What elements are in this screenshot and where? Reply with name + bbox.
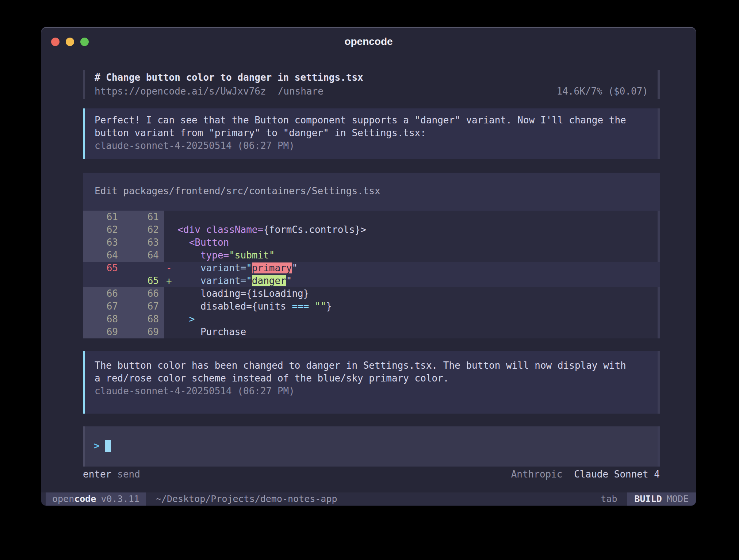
unshare-command[interactable]: /unshare <box>278 84 323 98</box>
text-cursor <box>105 440 111 452</box>
diff-row: 6262 <div className={formCs.controls}> <box>83 223 660 236</box>
session-title: # Change button color to danger in setti… <box>83 70 660 84</box>
diff-gutter: 6767 <box>83 300 164 313</box>
diff-gutter: 6969 <box>83 326 164 338</box>
footer-hints: enter send Anthropic Claude Sonnet 4 <box>83 468 660 481</box>
diff-table: 61616262 <div className={formCs.controls… <box>83 211 660 338</box>
prompt-symbol: > <box>94 440 100 452</box>
diff-code-line: loading={isLoading} <box>166 287 309 300</box>
edit-tool-card: Edit packages/frontend/src/containers/Se… <box>83 173 660 338</box>
diff-code-line: + variant="danger" <box>166 275 292 287</box>
diff-code-line: <Button <box>166 236 229 249</box>
titlebar: opencode <box>41 27 696 55</box>
mode-label-bold: BUILD <box>635 494 662 504</box>
diff-row: 6363 <Button <box>83 236 660 249</box>
diff-row: 6464 type="submit" <box>83 249 660 262</box>
session-header: # Change button color to danger in setti… <box>83 70 660 99</box>
message-right-border <box>658 108 660 159</box>
context-usage-stats: 14.6K/7% ($0.07) <box>557 84 648 98</box>
window-title: opencode <box>41 34 696 49</box>
diff-gutter: 65 <box>83 275 164 287</box>
diff-code-line: type="submit" <box>166 249 275 262</box>
header-right-border <box>658 70 660 99</box>
diff-row: 6767 disabled={units === ""} <box>83 300 660 313</box>
diff-gutter: 6464 <box>83 249 164 262</box>
app-window: opencode # Change button color to danger… <box>41 27 696 506</box>
tab-key-hint: tab <box>601 492 617 506</box>
app-version-chip: opencodev0.3.11 <box>46 492 146 506</box>
app-version: v0.3.11 <box>101 494 139 504</box>
diff-row: 6868 > <box>83 313 660 326</box>
assistant-message-1: Perfect! I can see that the Button compo… <box>83 108 660 159</box>
diff-gutter: 65 <box>83 262 164 275</box>
mode-chip[interactable]: BUILDMODE <box>627 492 696 506</box>
status-bar: opencodev0.3.11 ~/Desktop/Projects/demo-… <box>41 492 696 506</box>
edit-tool-header: Edit packages/frontend/src/containers/Se… <box>83 173 660 211</box>
diff-row: 65+ variant="danger" <box>83 275 660 287</box>
message-text-line: Perfect! I can see that the Button compo… <box>95 114 648 127</box>
diff-code-line: - variant="primary" <box>166 262 298 275</box>
share-url-link[interactable]: https://opencode.ai/s/UwJxv76z <box>95 84 266 98</box>
diff-gutter: 6363 <box>83 236 164 249</box>
diff-gutter: 6666 <box>83 287 164 300</box>
provider-name: Anthropic <box>511 469 563 480</box>
working-directory: ~/Desktop/Projects/demo-notes-app <box>156 492 337 506</box>
app-name-code: code <box>74 494 96 504</box>
diff-code-line: disabled={units === ""} <box>166 300 332 313</box>
assistant-message-2: The button color has been changed to dan… <box>83 351 660 414</box>
message-text-line: button variant from "primary" to "danger… <box>95 127 648 139</box>
diff-row: 65- variant="primary" <box>83 262 660 275</box>
diff-row: 6969 Purchase <box>83 326 660 338</box>
message-text-line: a red/rose color scheme instead of the b… <box>95 372 648 385</box>
prompt-input[interactable]: > <box>83 426 660 467</box>
message-model-timestamp: claude-sonnet-4-20250514 (06:27 PM) <box>95 139 648 152</box>
message-text-line: The button color has been changed to dan… <box>95 359 648 372</box>
mode-label-rest: MODE <box>667 494 689 504</box>
diff-code-line: > <box>166 313 195 326</box>
message-accent-border <box>83 108 85 159</box>
message-right-border <box>658 351 660 414</box>
diff-code-line: <div className={formCs.controls}> <box>166 223 366 236</box>
enter-key-hint: enter <box>83 468 111 481</box>
diff-gutter: 6161 <box>83 211 164 223</box>
model-name: Claude Sonnet 4 <box>574 469 660 480</box>
message-model-timestamp: claude-sonnet-4-20250514 (06:27 PM) <box>95 385 648 398</box>
message-accent-border <box>83 351 85 414</box>
header-left-border <box>83 70 85 99</box>
input-left-border <box>83 426 85 467</box>
session-subline: https://opencode.ai/s/UwJxv76z /unshare … <box>83 84 660 98</box>
diff-row: 6666 loading={isLoading} <box>83 287 660 300</box>
enter-action-hint: send <box>117 468 140 481</box>
input-right-border <box>658 426 660 467</box>
diff-gutter: 6262 <box>83 223 164 236</box>
diff-gutter: 6868 <box>83 313 164 326</box>
diff-row: 6161 <box>83 211 660 223</box>
diff-code-line: Purchase <box>166 326 246 338</box>
app-name-open: open <box>52 494 74 504</box>
model-indicator[interactable]: Anthropic Claude Sonnet 4 <box>511 468 660 481</box>
